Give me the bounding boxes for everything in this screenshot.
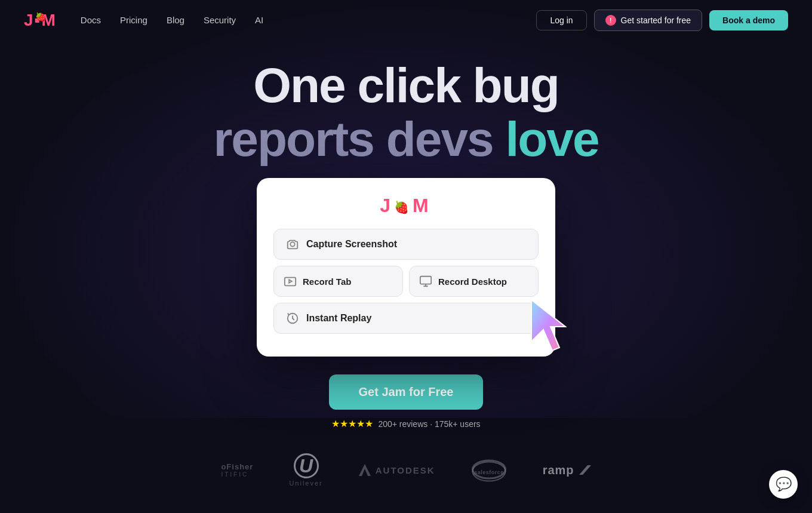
alert-icon: ! [605, 15, 616, 26]
navbar: J▪🍓M Docs Pricing Blog Security AI Log i… [0, 0, 812, 41]
capture-screenshot-button[interactable]: Capture Screenshot [273, 229, 539, 260]
svg-rect-1 [285, 278, 296, 286]
logo[interactable]: J▪🍓M [24, 11, 57, 30]
logo-salesforce: salesforce [471, 458, 507, 482]
chat-icon: 💬 [776, 477, 792, 492]
hero-title: One click bug reports devs love [12, 59, 800, 166]
reviews-text: 200+ reviews · 175k+ users [378, 419, 480, 429]
logo-unilever: U Unilever [289, 453, 322, 487]
logos-section: oFisher ITIFIC U Unilever AUTODESK sales… [0, 429, 812, 487]
record-buttons-row: Record Tab Record Desktop [273, 266, 539, 297]
nav-docs[interactable]: Docs [81, 15, 101, 25]
svg-text:salesforce: salesforce [474, 469, 504, 475]
login-button[interactable]: Log in [536, 10, 586, 30]
get-jam-free-button[interactable]: Get Jam for Free [329, 374, 484, 410]
book-demo-button[interactable]: Book a demo [709, 10, 788, 30]
hero-section: One click bug reports devs love J🍓M [0, 41, 812, 429]
svg-marker-5 [359, 464, 371, 476]
get-started-button[interactable]: ! Get started for free [594, 10, 703, 31]
logo-autodesk: AUTODESK [359, 464, 435, 476]
chat-bubble[interactable]: 💬 [769, 470, 798, 499]
nav-ai[interactable]: AI [255, 15, 263, 25]
ui-card: J🍓M Capture Screenshot [257, 178, 555, 357]
logo-text: J▪🍓M [24, 11, 57, 30]
svg-point-0 [290, 242, 294, 247]
nav-actions: Log in ! Get started for free Book a dem… [536, 10, 788, 31]
cursor-graphic [513, 297, 591, 374]
svg-rect-2 [420, 277, 431, 284]
star-rating: ★★★★★ [331, 418, 373, 429]
record-tab-button[interactable]: Record Tab [273, 266, 403, 297]
instant-replay-button[interactable]: Instant Replay [273, 303, 539, 334]
card-logo: J🍓M [273, 195, 539, 217]
logo-ramp: ramp [543, 463, 591, 477]
nav-pricing[interactable]: Pricing [120, 15, 147, 25]
ui-card-wrapper: J🍓M Capture Screenshot [257, 178, 555, 357]
cta-section: Get Jam for Free ★★★★★ 200+ reviews · 17… [12, 374, 800, 429]
logo-fisher: oFisher ITIFIC [221, 462, 253, 479]
nav-links: Docs Pricing Blog Security AI [81, 15, 537, 26]
nav-blog[interactable]: Blog [167, 15, 184, 25]
record-desktop-button[interactable]: Record Desktop [409, 266, 539, 297]
nav-security[interactable]: Security [204, 15, 236, 25]
reviews-row: ★★★★★ 200+ reviews · 175k+ users [12, 418, 800, 429]
hero-line2-highlight: love [505, 112, 598, 166]
hero-line2-prefix: reports devs [213, 112, 505, 166]
svg-marker-4 [531, 300, 565, 351]
